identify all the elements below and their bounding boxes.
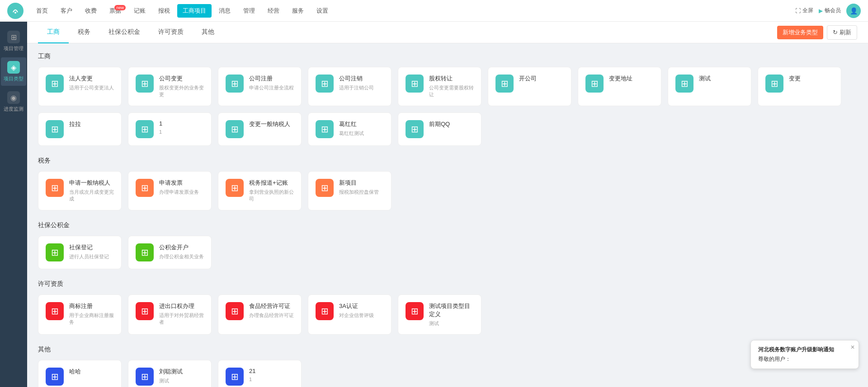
card-icon-symbol: ⊞ xyxy=(141,124,149,135)
nav-item-经营[interactable]: 经营 xyxy=(262,4,285,18)
card-公司变更[interactable]: ⊞ 公司变更 股权变更外的业务变更 xyxy=(128,67,212,106)
nav-item-票据[interactable]: 票据new xyxy=(104,4,127,18)
card-法人变更[interactable]: ⊞ 法人变更 适用于公司变更法人 xyxy=(38,67,122,106)
card-前期QQ[interactable]: ⊞ 前期QQ xyxy=(398,112,481,146)
card-icon-symbol: ⊞ xyxy=(51,78,59,89)
section-税务: 税务 ⊞ 申请一般纳税人 当月或次月成变更完成 ⊞ 申请发票 办理申请发票业务 … xyxy=(38,157,857,210)
card-desc: 办理食品经营许可证 xyxy=(249,312,294,319)
card-text: 税务报道+记账 拿到营业执照的新公司 xyxy=(249,179,294,203)
new-type-button[interactable]: 新增业务类型 xyxy=(777,26,823,39)
card-text: 公积金开户 办理公积金相关业务 xyxy=(159,243,204,260)
nav-item-消息[interactable]: 消息 xyxy=(213,4,236,18)
card-食品经营许可证[interactable]: ⊞ 食品经营许可证 办理食品经营许可证 xyxy=(218,294,302,335)
sub-tabs: 工商税务社保公积金许可资质其他 xyxy=(38,22,223,43)
card-社保登记[interactable]: ⊞ 社保登记 进行人员社保登记 xyxy=(38,236,122,269)
card-icon-symbol: ⊞ xyxy=(231,371,239,382)
notification-close-btn[interactable]: ✕ xyxy=(850,344,855,350)
card-name: 变更地址 xyxy=(609,75,654,83)
card-测试项目类型目定义[interactable]: ⊞ 测试项目类型目定义 测试 xyxy=(398,294,481,335)
card-icon: ⊞ xyxy=(226,302,244,320)
sub-tab-税务[interactable]: 税务 xyxy=(69,22,99,43)
card-text: 21 1 xyxy=(249,368,294,383)
card-icon-symbol: ⊞ xyxy=(411,78,419,89)
card-刘聪测试[interactable]: ⊞ 刘聪测试 测试 xyxy=(128,360,212,387)
notification-body: 尊敬的用户： xyxy=(758,355,851,363)
section-title: 工商 xyxy=(38,52,857,61)
card-desc: 测试 xyxy=(429,320,474,327)
card-进出口权办理[interactable]: ⊞ 进出口权办理 适用于对外贸易经营者 xyxy=(128,294,212,335)
card-3A认证[interactable]: ⊞ 3A认证 对企业信誉评级 xyxy=(308,294,392,335)
card-icon: ⊞ xyxy=(226,179,244,197)
card-变更一般纳税人[interactable]: ⊞ 变更一般纳税人 xyxy=(218,112,302,146)
cards-grid: ⊞ 申请一般纳税人 当月或次月成变更完成 ⊞ 申请发票 办理申请发票业务 ⊞ 税… xyxy=(38,171,857,210)
card-name: 新项目 xyxy=(339,179,384,187)
notification-bubble: ✕ 河北税务数字账户升级影响通知 尊敬的用户： xyxy=(750,340,859,369)
card-name: 刘聪测试 xyxy=(159,368,204,376)
card-公司注册[interactable]: ⊞ 公司注册 申请公司注册全流程 xyxy=(218,67,302,106)
card-icon-symbol: ⊞ xyxy=(141,182,149,193)
section-其他: 其他 ⊞ 哈哈 ⊞ 刘聪测试 测试 ⊞ 21 1 xyxy=(38,345,857,387)
card-测试[interactable]: ⊞ 测试 xyxy=(668,67,751,106)
card-拉拉[interactable]: ⊞ 拉拉 xyxy=(38,112,122,146)
sidebar-item-进度监测[interactable]: ◉进度监测 xyxy=(1,88,26,116)
card-21[interactable]: ⊞ 21 1 xyxy=(218,360,302,387)
card-哈哈[interactable]: ⊞ 哈哈 xyxy=(38,360,122,387)
card-新项目[interactable]: ⊞ 新项目 报税加税控盘保管 xyxy=(308,171,392,210)
sub-tab-许可资质[interactable]: 许可资质 xyxy=(149,22,193,43)
card-text: 葛红红 葛红红测试 xyxy=(339,120,384,137)
sub-tab-社保公积金[interactable]: 社保公积金 xyxy=(99,22,149,43)
card-icon-symbol: ⊞ xyxy=(51,306,59,317)
card-icon-symbol: ⊞ xyxy=(321,124,329,135)
card-name: 进出口权办理 xyxy=(159,302,204,310)
nav-item-客户[interactable]: 客户 xyxy=(55,4,78,18)
card-desc: 适用于注销公司 xyxy=(339,84,384,91)
member-btn[interactable]: ▶ 畅会员 xyxy=(819,7,841,14)
nav-item-设置[interactable]: 设置 xyxy=(311,4,334,18)
card-变更[interactable]: ⊞ 变更 xyxy=(758,67,841,106)
card-desc: 股权变更外的业务变更 xyxy=(159,84,204,98)
sidebar-item-项目类型[interactable]: ◈项目类型 xyxy=(1,57,26,86)
card-葛红红[interactable]: ⊞ 葛红红 葛红红测试 xyxy=(308,112,392,146)
cards-grid: ⊞ 社保登记 进行人员社保登记 ⊞ 公积金开户 办理公积金相关业务 xyxy=(38,236,857,269)
fullscreen-label: 全屏 xyxy=(802,7,813,14)
card-税务报道+记账[interactable]: ⊞ 税务报道+记账 拿到营业执照的新公司 xyxy=(218,171,302,210)
card-icon: ⊞ xyxy=(136,75,154,93)
card-name: 公司注册 xyxy=(249,75,294,83)
sub-tab-其他[interactable]: 其他 xyxy=(193,22,223,43)
card-商标注册[interactable]: ⊞ 商标注册 用于企业商标注册服务 xyxy=(38,294,122,335)
nav-item-收费[interactable]: 收费 xyxy=(80,4,102,18)
refresh-button[interactable]: ↻ 刷新 xyxy=(827,25,857,40)
sidebar-item-项目管理[interactable]: ⊞项目管理 xyxy=(1,27,26,56)
card-desc: 公司变更需要股权转让 xyxy=(429,84,474,98)
fullscreen-icon: ⛶ xyxy=(795,8,801,14)
card-icon-symbol: ⊞ xyxy=(51,371,59,382)
card-1[interactable]: ⊞ 1 1 xyxy=(128,112,212,146)
card-申请发票[interactable]: ⊞ 申请发票 办理申请发票业务 xyxy=(128,171,212,210)
card-desc: 适用于公司变更法人 xyxy=(69,84,114,91)
card-icon: ⊞ xyxy=(136,179,154,197)
avatar[interactable]: 👤 xyxy=(846,4,861,18)
nav-item-报税[interactable]: 报税 xyxy=(153,4,175,18)
fullscreen-btn[interactable]: ⛶ 全屏 xyxy=(795,7,813,14)
nav-item-服务[interactable]: 服务 xyxy=(287,4,309,18)
nav-item-首页[interactable]: 首页 xyxy=(31,4,53,18)
card-desc: 办理公积金相关业务 xyxy=(159,253,204,260)
sub-tab-工商[interactable]: 工商 xyxy=(38,22,69,43)
card-icon-symbol: ⊞ xyxy=(321,78,329,89)
card-name: 测试项目类型目定义 xyxy=(429,302,474,318)
card-icon: ⊞ xyxy=(316,75,334,93)
nav-item-记账[interactable]: 记账 xyxy=(128,4,151,18)
nav-badge: new xyxy=(114,5,126,10)
nav-item-工商项目[interactable]: 工商项目 xyxy=(177,4,212,18)
card-icon-symbol: ⊞ xyxy=(591,78,599,89)
card-申请一般纳税人[interactable]: ⊞ 申请一般纳税人 当月或次月成变更完成 xyxy=(38,171,122,210)
card-name: 公司注销 xyxy=(339,75,384,83)
card-desc: 1 xyxy=(249,376,294,383)
card-开公司[interactable]: ⊞ 开公司 xyxy=(488,67,571,106)
nav-item-管理[interactable]: 管理 xyxy=(238,4,260,18)
card-公司注销[interactable]: ⊞ 公司注销 适用于注销公司 xyxy=(308,67,392,106)
card-变更地址[interactable]: ⊞ 变更地址 xyxy=(578,67,661,106)
card-公积金开户[interactable]: ⊞ 公积金开户 办理公积金相关业务 xyxy=(128,236,212,269)
card-text: 3A认证 对企业信誉评级 xyxy=(339,302,384,319)
card-股权转让[interactable]: ⊞ 股权转让 公司变更需要股权转让 xyxy=(398,67,481,106)
